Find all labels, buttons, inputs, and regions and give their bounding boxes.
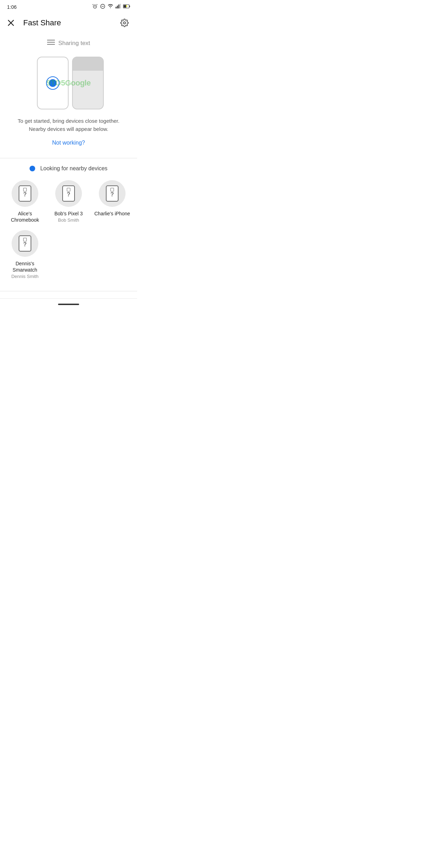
svg-rect-9: [124, 5, 127, 8]
wifi-icon: [108, 4, 113, 10]
section-divider: [0, 158, 137, 158]
sending-phone: [37, 57, 69, 109]
radio-inner: [49, 79, 57, 87]
radio-button: [46, 76, 59, 90]
question-mark-icon: ?: [67, 191, 70, 198]
device-icon-circle: ?: [99, 180, 126, 207]
sharing-section: Sharing text 9TO5Google To get started, …: [0, 33, 137, 157]
device-icon-circle: ?: [12, 230, 38, 257]
looking-text: Looking for nearby devices: [40, 165, 107, 172]
app-title: Fast Share: [23, 18, 118, 27]
device-owner: Dennis Smith: [11, 274, 38, 279]
minus-circle-icon: [100, 4, 106, 10]
sharing-text-label: Sharing text: [58, 40, 90, 47]
device-icon-circle: ?: [55, 180, 82, 207]
question-mark-icon: ?: [23, 241, 27, 248]
instruction-text: To get started, bring devices close toge…: [18, 117, 119, 133]
svg-rect-5: [119, 5, 120, 8]
sharing-label: Sharing text: [47, 39, 90, 47]
devices-row2: ? Dennis'sSmarwatch Dennis Smith: [0, 230, 137, 287]
bottom-divider: [0, 291, 137, 291]
device-item-alice-chromebook[interactable]: ? Alice'sChromebook: [5, 180, 45, 223]
nav-indicator: [58, 304, 79, 305]
question-mark-icon: ?: [23, 191, 27, 198]
svg-rect-3: [116, 7, 117, 8]
status-icons: [92, 4, 130, 10]
blue-dot-indicator: [30, 166, 35, 171]
lines-icon: [47, 39, 55, 47]
status-bar: 1:06: [0, 0, 137, 12]
phones-animation: 9TO5Google: [30, 55, 107, 111]
question-mark-icon: ?: [110, 191, 114, 198]
device-name: Charlie's iPhone: [94, 210, 130, 217]
alarm-icon: [92, 4, 98, 10]
bottom-nav-bar: [0, 298, 137, 309]
device-icon: ?: [19, 185, 31, 202]
device-icon: ?: [62, 185, 75, 202]
signal-icon: [115, 4, 121, 10]
devices-grid: ? Alice'sChromebook ? Bob's Pixel 3 Bob …: [0, 180, 137, 230]
device-icon: ?: [19, 235, 31, 252]
device-item-denniss-smartwatch[interactable]: ? Dennis'sSmarwatch Dennis Smith: [5, 230, 45, 279]
device-item-bobs-pixel3[interactable]: ? Bob's Pixel 3 Bob Smith: [49, 180, 89, 223]
svg-point-12: [123, 22, 126, 24]
not-working-button[interactable]: Not working?: [52, 140, 85, 146]
device-name: Bob's Pixel 3: [55, 210, 83, 217]
close-button[interactable]: [5, 17, 17, 29]
device-owner: Bob Smith: [58, 217, 79, 223]
top-app-bar: Fast Share: [0, 12, 137, 33]
svg-rect-6: [120, 4, 121, 8]
device-name: Dennis'sSmarwatch: [13, 260, 37, 273]
settings-button[interactable]: [118, 17, 131, 29]
status-time: 1:06: [7, 4, 17, 10]
battery-icon: [123, 4, 130, 10]
device-item-charlies-iphone[interactable]: ? Charlie's iPhone: [92, 180, 132, 223]
device-name: Alice'sChromebook: [11, 210, 39, 223]
receiving-phone: [72, 57, 104, 109]
svg-rect-8: [129, 6, 130, 7]
svg-rect-4: [117, 6, 118, 8]
looking-section: Looking for nearby devices: [0, 165, 137, 180]
device-icon: ?: [106, 185, 119, 202]
device-icon-circle: ?: [12, 180, 38, 207]
